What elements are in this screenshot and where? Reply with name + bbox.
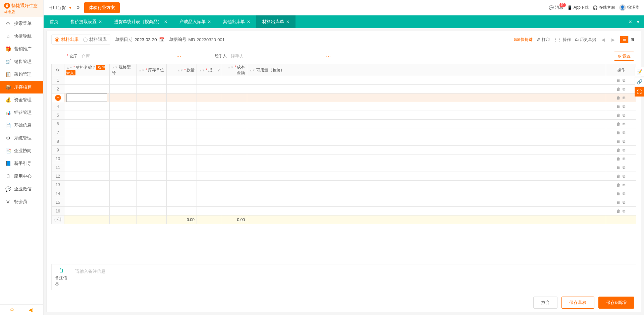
cell-name[interactable] <box>64 85 110 93</box>
delete-row-icon[interactable]: 🗑 <box>616 113 621 118</box>
rail-link-icon[interactable]: 🔗 <box>635 77 644 86</box>
cell-qty[interactable] <box>167 207 197 215</box>
cell-unit[interactable] <box>137 154 167 163</box>
copy-row-icon[interactable]: ⧉ <box>623 156 626 161</box>
cell-name[interactable] <box>64 207 110 215</box>
cell-avail[interactable] <box>247 85 606 93</box>
cell-unit[interactable] <box>137 172 167 181</box>
app-download-button[interactable]: 📱 App下载 <box>567 5 589 10</box>
cell-unit[interactable] <box>137 111 167 120</box>
cell-spec[interactable] <box>110 181 137 189</box>
cell-avail[interactable] <box>247 76 606 85</box>
delete-row-icon[interactable]: 🗑 <box>616 96 621 100</box>
cell-total[interactable] <box>222 93 247 102</box>
cell-unit[interactable] <box>137 207 167 215</box>
cell-spec[interactable] <box>110 146 137 154</box>
user-menu[interactable]: 👤 徐泽华 <box>619 4 639 11</box>
cell-qty[interactable] <box>167 137 197 146</box>
copy-row-icon[interactable]: ⧉ <box>623 174 626 179</box>
sidebar-item-wecom[interactable]: 💬企业微信 <box>0 183 43 195</box>
cell-unit[interactable] <box>137 137 167 146</box>
operations-button[interactable]: ⋮⋮ 操作 <box>554 37 571 43</box>
cell-total[interactable] <box>222 128 247 137</box>
tab-3[interactable]: 产成品入库单✕ <box>173 15 217 28</box>
cell-unit[interactable] <box>137 85 167 93</box>
next-doc-icon[interactable]: ▶ <box>610 37 616 42</box>
sidebar-item-guide[interactable]: 📘新手引导 <box>0 157 43 170</box>
cell-cost[interactable] <box>197 198 222 207</box>
cell-unit[interactable] <box>137 102 167 111</box>
cell-spec[interactable] <box>110 102 137 111</box>
cell-spec[interactable] <box>110 198 137 207</box>
cell-name[interactable] <box>64 146 110 154</box>
cell-total[interactable] <box>222 207 247 215</box>
material-name-input[interactable] <box>66 93 107 102</box>
sidebar-item-vip[interactable]: Ⅴ畅会员 <box>0 195 43 208</box>
th-spec[interactable]: ▲▼规格型号 <box>110 64 137 76</box>
cell-total[interactable] <box>222 120 247 128</box>
cell-cost[interactable] <box>197 163 222 172</box>
radio-material-out[interactable]: 材料出库 <box>55 37 78 43</box>
cell-name[interactable] <box>64 163 110 172</box>
cell-unit[interactable] <box>137 198 167 207</box>
cell-qty[interactable] <box>167 172 197 181</box>
cell-avail[interactable] <box>247 128 606 137</box>
cell-unit[interactable] <box>137 128 167 137</box>
cell-avail[interactable] <box>247 102 606 111</box>
cell-qty[interactable] <box>167 163 197 172</box>
sidebar-item-inventory[interactable]: 📦库存核算 <box>0 81 43 93</box>
tab-close-icon[interactable]: ✕ <box>247 19 250 24</box>
delete-row-icon[interactable]: 🗑 <box>616 191 621 196</box>
cell-cost[interactable] <box>197 102 222 111</box>
settings-button[interactable]: ⚙ 设置 <box>614 52 634 61</box>
cell-avail[interactable] <box>247 111 606 120</box>
cell-name[interactable] <box>64 154 110 163</box>
tab-close-icon[interactable]: ✕ <box>208 19 211 24</box>
cell-name[interactable] <box>64 137 110 146</box>
copy-row-icon[interactable]: ⧉ <box>623 78 626 83</box>
cell-total[interactable] <box>222 189 247 198</box>
copy-row-icon[interactable]: ⧉ <box>623 96 626 100</box>
th-cost[interactable]: ▲▼*成... ? <box>197 64 222 76</box>
cell-spec[interactable] <box>110 128 137 137</box>
delete-row-icon[interactable]: 🗑 <box>616 183 621 187</box>
prev-doc-icon[interactable]: ◀ <box>600 37 606 42</box>
sidebar-item-finance[interactable]: 💰资金管理 <box>0 93 43 106</box>
rail-expand-icon[interactable]: ⛶ <box>635 87 644 97</box>
cell-qty[interactable] <box>167 111 197 120</box>
cell-cost[interactable] <box>197 137 222 146</box>
copy-row-icon[interactable]: ⧉ <box>623 113 626 118</box>
cell-avail[interactable] <box>247 207 606 215</box>
cell-qty[interactable] <box>167 102 197 111</box>
cell-total[interactable] <box>222 154 247 163</box>
cell-name[interactable] <box>64 181 110 189</box>
cell-unit[interactable] <box>137 181 167 189</box>
cell-unit[interactable] <box>137 93 167 102</box>
copy-row-icon[interactable]: ⧉ <box>623 104 626 109</box>
th-qty[interactable]: ▲▼*数量 <box>167 64 197 76</box>
cell-spec[interactable] <box>110 120 137 128</box>
remarks-input[interactable] <box>71 264 636 283</box>
cell-total[interactable] <box>222 85 247 93</box>
sidebar-item-quick[interactable]: ⌂快捷导航 <box>0 30 43 43</box>
view-list-icon[interactable]: ☰ <box>620 36 628 43</box>
delete-row-icon[interactable]: 🗑 <box>616 104 621 109</box>
delete-row-icon[interactable]: 🗑 <box>616 130 621 135</box>
calendar-icon[interactable]: 📅 <box>159 37 164 42</box>
cell-name[interactable] <box>64 93 110 102</box>
cell-avail[interactable] <box>247 189 606 198</box>
cell-total[interactable] <box>222 163 247 172</box>
cell-spec[interactable] <box>110 163 137 172</box>
cell-avail[interactable] <box>247 163 606 172</box>
sidebar-item-search[interactable]: ⊙搜索菜单 <box>0 17 43 30</box>
sidebar-item-sales[interactable]: 🛒销售管理 <box>0 55 43 68</box>
cell-cost[interactable] <box>197 85 222 93</box>
sidebar-item-purchase[interactable]: 📋采购管理 <box>0 68 43 81</box>
radio-material-return[interactable]: 材料退库 <box>83 37 107 43</box>
cell-total[interactable] <box>222 111 247 120</box>
cell-avail[interactable] <box>247 172 606 181</box>
cell-total[interactable] <box>222 76 247 85</box>
tab-4[interactable]: 其他出库单✕ <box>217 15 256 28</box>
promo-button[interactable]: 体验行业方案 <box>84 2 120 13</box>
cell-avail[interactable] <box>247 154 606 163</box>
